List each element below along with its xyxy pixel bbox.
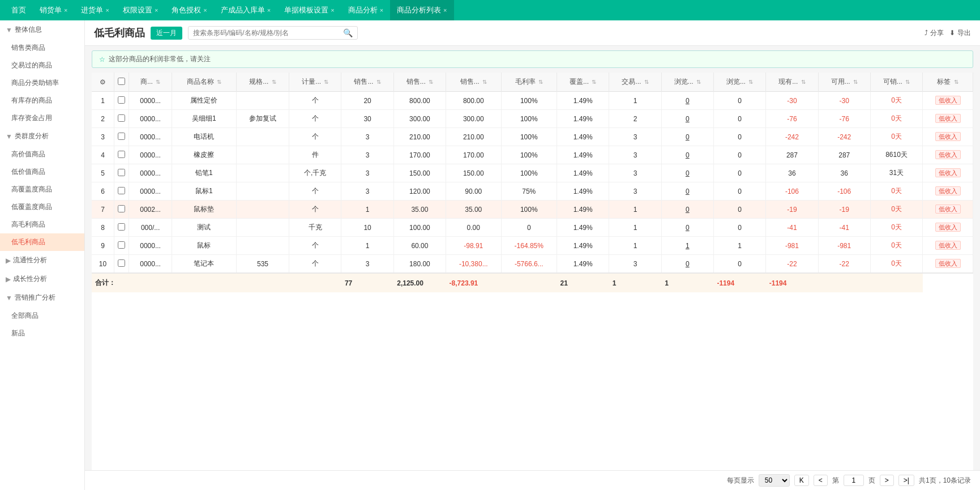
sidebar-item-new-products[interactable]: 新品: [0, 325, 84, 342]
sidebar-item-low-coverage[interactable]: 低覆盖度商品: [0, 198, 84, 216]
row-browse1[interactable]: 0: [661, 146, 713, 164]
col-sales-profit[interactable]: 销售... ⇅: [446, 73, 501, 92]
per-page-select[interactable]: 50 100 200: [759, 474, 790, 487]
row-spec: [236, 146, 289, 164]
col-name[interactable]: 商品名称 ⇅: [172, 73, 237, 92]
sidebar-group-cluster-analysis[interactable]: ▼ 类群度分析: [0, 127, 84, 146]
col-saleable[interactable]: 可销... ⇅: [870, 73, 922, 92]
row-browse1[interactable]: 0: [661, 128, 713, 146]
sidebar-item-high-value[interactable]: 高价值商品: [0, 146, 84, 163]
row-available: -106: [818, 182, 870, 201]
sidebar-item-high-margin[interactable]: 高毛利商品: [0, 216, 84, 233]
row-sales-qty: 3: [341, 164, 393, 182]
nav-product-analysis-list[interactable]: 商品分析列表×: [390, 0, 453, 20]
search-icon[interactable]: 🔍: [343, 28, 353, 37]
row-checkbox[interactable]: [118, 151, 125, 158]
nav-template-settings[interactable]: 单据模板设置×: [277, 0, 341, 20]
col-browse1[interactable]: 浏览... ⇅: [661, 73, 713, 92]
row-num: 3: [92, 128, 114, 146]
close-icon[interactable]: ×: [380, 7, 383, 14]
select-all-checkbox[interactable]: [118, 78, 125, 85]
col-unit[interactable]: 计量... ⇅: [289, 73, 341, 92]
close-icon[interactable]: ×: [443, 7, 447, 14]
close-icon[interactable]: ×: [331, 7, 334, 14]
col-current[interactable]: 现有... ⇅: [766, 73, 818, 92]
sidebar-group-circulation[interactable]: ▶ 流通性分析: [0, 251, 84, 270]
sidebar-group-overall[interactable]: ▼ 整体信息: [0, 20, 84, 39]
nav-finished-goods[interactable]: 产成品入库单×: [214, 0, 277, 20]
row-checkbox[interactable]: [118, 169, 125, 176]
col-tag[interactable]: 标签 ⇅: [923, 73, 973, 92]
nav-permissions[interactable]: 权限设置×: [116, 0, 165, 20]
last-page-btn[interactable]: >|: [898, 475, 914, 486]
row-checkbox-cell: [114, 164, 129, 182]
row-spec: [236, 164, 289, 182]
nav-product-analysis[interactable]: 商品分析×: [341, 0, 390, 20]
row-checkbox[interactable]: [118, 223, 125, 231]
row-checkbox[interactable]: [118, 114, 125, 122]
row-checkbox[interactable]: [118, 259, 125, 267]
first-page-btn[interactable]: K: [794, 475, 809, 486]
close-icon[interactable]: ×: [105, 7, 109, 14]
row-checkbox[interactable]: [118, 96, 125, 104]
row-browse1[interactable]: 0: [661, 182, 713, 201]
col-spec[interactable]: 规格... ⇅: [236, 73, 289, 92]
row-browse1[interactable]: 0: [661, 201, 713, 219]
row-checkbox-cell: [114, 255, 129, 274]
close-icon[interactable]: ×: [64, 7, 67, 14]
row-browse1[interactable]: 0: [661, 219, 713, 237]
row-transaction: 3: [609, 182, 661, 201]
chevron-down-icon: ▼: [6, 133, 12, 140]
export-button[interactable]: ⬇ 导出: [949, 28, 971, 38]
row-browse1[interactable]: 0: [661, 92, 713, 110]
row-checkbox[interactable]: [118, 241, 125, 249]
row-current: -41: [766, 219, 818, 237]
row-saleable: 0天: [870, 219, 922, 237]
next-page-btn[interactable]: >: [880, 475, 894, 486]
close-icon[interactable]: ×: [155, 7, 158, 14]
sidebar-group-marketing[interactable]: ▼ 营销推广分析: [0, 288, 84, 307]
nav-home[interactable]: 首页: [5, 0, 33, 20]
close-icon[interactable]: ×: [203, 7, 207, 14]
search-input[interactable]: [193, 29, 343, 37]
share-button[interactable]: ⤴ 分享: [925, 28, 944, 38]
close-icon[interactable]: ×: [267, 7, 271, 14]
nav-sales-order[interactable]: 销货单×: [33, 0, 74, 20]
col-available[interactable]: 可用... ⇅: [818, 73, 870, 92]
row-unit: 个: [289, 110, 341, 128]
sidebar-item-category-rate[interactable]: 商品分类助销率: [0, 74, 84, 92]
col-gross-rate[interactable]: 毛利率 ⇅: [501, 73, 557, 92]
sidebar-item-all-products[interactable]: 全部商品: [0, 307, 84, 325]
nav-purchase-order[interactable]: 进货单×: [74, 0, 115, 20]
sidebar-group-growth[interactable]: ▶ 成长性分析: [0, 270, 84, 288]
row-checkbox[interactable]: [118, 187, 125, 194]
page-input[interactable]: [844, 475, 864, 486]
row-browse1[interactable]: 0: [661, 110, 713, 128]
sidebar-item-sales-products[interactable]: 销售类商品: [0, 39, 84, 57]
sidebar-item-high-coverage[interactable]: 高覆盖度商品: [0, 181, 84, 198]
row-browse1[interactable]: 1: [661, 237, 713, 255]
sidebar-item-transacted-products[interactable]: 交易过的商品: [0, 57, 84, 74]
totals-transaction: 21: [557, 273, 609, 292]
nav-role-auth[interactable]: 角色授权×: [165, 0, 213, 20]
row-checkbox-cell: [114, 237, 129, 255]
col-settings[interactable]: ⚙: [92, 73, 114, 92]
row-checkbox[interactable]: [118, 205, 125, 212]
row-browse1[interactable]: 0: [661, 255, 713, 274]
sidebar-item-stocked-products[interactable]: 有库存的商品: [0, 92, 84, 109]
row-checkbox[interactable]: [118, 133, 125, 140]
col-coverage[interactable]: 覆盖... ⇅: [557, 73, 609, 92]
col-code[interactable]: 商... ⇅: [129, 73, 172, 92]
col-sales-price[interactable]: 销售... ⇅: [393, 73, 446, 92]
col-transaction[interactable]: 交易... ⇅: [609, 73, 661, 92]
sidebar-item-low-margin[interactable]: 低毛利商品: [0, 233, 84, 251]
sidebar-item-low-value[interactable]: 低价值商品: [0, 163, 84, 181]
filter-recent-btn[interactable]: 近一月: [151, 27, 182, 40]
col-browse2[interactable]: 浏览... ⇅: [713, 73, 765, 92]
prev-page-btn[interactable]: <: [814, 475, 828, 486]
sidebar-item-stock-capital[interactable]: 库存资金占用: [0, 109, 84, 127]
row-browse1[interactable]: 0: [661, 164, 713, 182]
tag-badge: 低收入: [935, 241, 961, 250]
row-browse2: 0: [713, 182, 765, 201]
col-sales-qty[interactable]: 销售... ⇅: [341, 73, 393, 92]
